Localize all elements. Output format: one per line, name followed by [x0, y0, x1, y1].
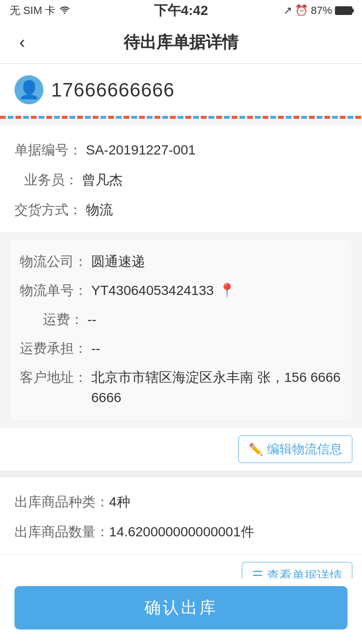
goods-type-value: 4种: [109, 492, 348, 512]
tracking-number: YT43064053424133: [91, 280, 214, 301]
edit-icon: ✏️: [249, 443, 263, 456]
freight-bearer-value: --: [91, 338, 342, 359]
avatar-icon: 👤: [18, 80, 40, 100]
carrier-text: 无 SIM 卡: [10, 3, 56, 18]
order-number-label: 单据编号：: [14, 140, 86, 160]
tracking-row: 物流单号： YT43064053424133 📍: [20, 280, 342, 301]
customer-phone: 17666666666: [51, 79, 175, 101]
back-button[interactable]: ‹: [14, 28, 30, 57]
logistics-card: 物流公司： 圆通速递 物流单号： YT43064053424133 📍 运费： …: [10, 238, 352, 421]
salesman-label: 业务员：: [14, 170, 82, 190]
logistics-company-row: 物流公司： 圆通速递: [20, 252, 342, 272]
address-value: 北京市市辖区海淀区永丰南 张，156 6666 6666: [91, 367, 342, 408]
section-divider: [0, 471, 362, 477]
freight-value: --: [87, 309, 342, 330]
confirm-btn-label: 确认出库: [144, 597, 218, 619]
customer-header: 👤 17666666666: [0, 64, 362, 116]
order-number-row: 单据编号： SA-20191227-001: [14, 140, 348, 160]
wifi-icon: [59, 4, 70, 17]
goods-quantity-label: 出库商品数量：: [14, 522, 109, 542]
delivery-value: 物流: [86, 200, 348, 220]
edit-btn-row: ✏️ 编辑物流信息: [0, 428, 362, 471]
confirm-btn-wrapper: 确认出库: [0, 578, 362, 644]
salesman-row: 业务员： 曾凡杰: [14, 170, 348, 190]
order-number-value: SA-20191227-001: [86, 140, 348, 160]
avatar: 👤: [14, 75, 43, 104]
goods-quantity-value: 14.620000000000001件: [109, 522, 348, 542]
order-info-section: 单据编号： SA-20191227-001 业务员： 曾凡杰 交货方式： 物流: [0, 126, 362, 232]
alarm-icon: ⏰: [295, 4, 308, 17]
address-label: 客户地址：: [20, 367, 91, 388]
battery-icon: [335, 6, 352, 15]
confirm-outbound-button[interactable]: 确认出库: [14, 586, 348, 630]
battery-percent: 87%: [311, 4, 332, 17]
logistics-company-value: 圆通速递: [91, 252, 342, 272]
page-title: 待出库单据详情: [124, 31, 238, 54]
status-bar: 无 SIM 卡 下午4:42 ↗ ⏰ 87%: [0, 0, 362, 21]
freight-row: 运费： --: [20, 309, 342, 330]
edit-btn-label: 编辑物流信息: [267, 441, 342, 458]
status-time: 下午4:42: [154, 1, 208, 20]
delivery-label: 交货方式：: [14, 200, 86, 220]
goods-section: 出库商品种类： 4种 出库商品数量： 14.620000000000001件: [0, 477, 362, 554]
dashed-divider: [0, 116, 362, 119]
goods-type-label: 出库商品种类：: [14, 492, 109, 512]
nav-bar: ‹ 待出库单据详情: [0, 21, 362, 64]
freight-bearer-row: 运费承担： --: [20, 338, 342, 359]
goods-type-row: 出库商品种类： 4种: [14, 492, 348, 512]
delivery-row: 交货方式： 物流: [14, 200, 348, 220]
freight-bearer-label: 运费承担：: [20, 338, 91, 359]
status-right: ↗ ⏰ 87%: [283, 4, 352, 17]
location-icon: ↗: [283, 4, 292, 17]
status-left: 无 SIM 卡: [10, 3, 70, 18]
address-row: 客户地址： 北京市市辖区海淀区永丰南 张，156 6666 6666: [20, 367, 342, 408]
salesman-value: 曾凡杰: [82, 170, 348, 190]
edit-logistics-button[interactable]: ✏️ 编辑物流信息: [238, 435, 352, 463]
logistics-company-label: 物流公司：: [20, 252, 91, 272]
tracking-label: 物流单号：: [20, 280, 91, 301]
freight-label: 运费：: [20, 309, 87, 330]
tracking-value: YT43064053424133 📍: [91, 280, 342, 301]
goods-quantity-row: 出库商品数量： 14.620000000000001件: [14, 522, 348, 542]
location-pin-icon[interactable]: 📍: [219, 280, 236, 301]
